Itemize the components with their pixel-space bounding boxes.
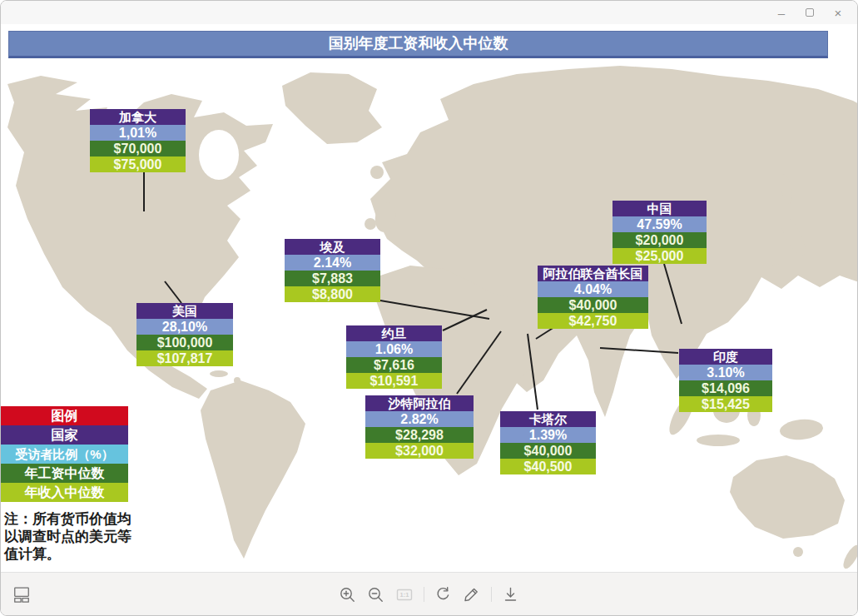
country-percent: 3.10% <box>679 365 772 380</box>
pencil-icon <box>463 586 480 604</box>
country-box-canada: 加拿大 1,01% $70,000 $75,000 <box>90 109 186 172</box>
legend-row-wage: 年工资中位数 <box>1 464 128 483</box>
leader-line-india <box>600 348 678 353</box>
download-icon <box>502 586 519 604</box>
app-window: – × 国别年度工资和收入中位数 <box>0 0 858 616</box>
country-median-income: $25,000 <box>613 248 707 264</box>
country-median-wage: $40,000 <box>538 297 648 313</box>
zoom-out-icon <box>367 586 384 604</box>
country-median-income: $10,591 <box>346 373 442 389</box>
country-median-income: $40,500 <box>500 459 596 474</box>
country-median-wage: $28,298 <box>365 427 474 443</box>
country-percent: 1,01% <box>90 125 186 141</box>
country-name: 约旦 <box>346 325 442 341</box>
country-percent: 1.39% <box>500 427 596 443</box>
country-median-wage: $100,000 <box>136 335 233 350</box>
country-percent: 1.06% <box>346 341 442 357</box>
footnote-line: 以调查时点的美元等 <box>4 528 162 545</box>
country-median-income: $42,750 <box>538 313 648 329</box>
legend-row-percent: 受访者比例（%） <box>1 445 128 464</box>
download-button[interactable] <box>502 585 520 604</box>
world-map <box>1 1 858 574</box>
landmass-greenland <box>282 72 382 144</box>
zoom-in-button[interactable] <box>339 585 357 604</box>
country-name: 阿拉伯联合酋长国 <box>538 266 648 281</box>
zoom-in-icon <box>339 586 356 604</box>
toolbar-separator <box>491 587 492 602</box>
svg-text:1:1: 1:1 <box>399 591 409 599</box>
country-box-saudi-arabia: 沙特阿拉伯 2.82% $28,298 $32,000 <box>365 395 474 459</box>
country-box-egypt: 埃及 2.14% $7,883 $8,800 <box>285 239 380 302</box>
country-percent: 47.59% <box>613 216 707 232</box>
country-box-usa: 美国 28,10% $100,000 $107,817 <box>136 303 233 366</box>
country-box-qatar: 卡塔尔 1.39% $40,000 $40,500 <box>500 411 596 474</box>
rotate-button[interactable] <box>434 585 453 604</box>
landmass-south-america <box>201 380 305 559</box>
country-median-income: $107,817 <box>136 350 233 366</box>
country-box-jordan: 约旦 1.06% $7,616 $10,591 <box>346 325 442 389</box>
toolbar-separator <box>424 587 424 602</box>
footnote-line: 注：所有货币价值均 <box>4 510 162 528</box>
bottom-toolbar: 1:1 <box>1 572 857 615</box>
footnote: 注：所有货币价值均 以调查时点的美元等 值计算。 <box>4 510 162 563</box>
leader-line-saudi <box>457 331 501 394</box>
legend: 图例 国家 受访者比例（%） 年工资中位数 年收入中位数 <box>1 406 128 502</box>
country-percent: 4.04% <box>538 281 648 297</box>
toolbar-center-group: 1:1 <box>339 585 520 604</box>
country-box-uae: 阿拉伯联合酋长国 4.04% $40,000 $42,750 <box>538 266 648 329</box>
country-median-income: $75,000 <box>90 156 186 172</box>
actual-size-button[interactable]: 1:1 <box>395 585 414 604</box>
landmass-java <box>697 435 740 446</box>
legend-row-country: 国家 <box>1 425 128 445</box>
country-name: 印度 <box>679 349 772 365</box>
thumbnail-view-icon <box>12 585 31 604</box>
country-median-wage: $7,616 <box>346 357 442 373</box>
country-median-income: $32,000 <box>365 443 474 459</box>
legend-header: 图例 <box>1 406 128 425</box>
leader-line-qatar <box>528 334 538 410</box>
leader-line-jordan <box>443 310 487 330</box>
country-median-wage: $7,883 <box>285 271 380 286</box>
leader-line-usa <box>165 281 181 303</box>
country-percent: 28,10% <box>136 319 233 335</box>
country-median-wage: $20,000 <box>613 232 707 248</box>
zoom-out-button[interactable] <box>367 585 385 604</box>
country-median-income: $15,425 <box>679 396 772 412</box>
landmass-new-guinea <box>779 418 824 441</box>
rotate-icon <box>434 586 452 604</box>
country-name: 加拿大 <box>90 109 186 125</box>
leader-line-china <box>664 264 682 324</box>
country-name: 中国 <box>613 201 707 216</box>
footnote-line: 值计算。 <box>4 545 162 563</box>
country-median-wage: $70,000 <box>90 141 186 156</box>
edit-button[interactable] <box>463 585 481 604</box>
country-median-income: $8,800 <box>285 286 380 302</box>
landmass-australia <box>730 455 845 539</box>
legend-row-income: 年收入中位数 <box>1 483 128 502</box>
map-stage: 加拿大 1,01% $70,000 $75,000 美国 28,10% $100… <box>1 1 858 574</box>
thumbnail-view-button[interactable] <box>12 585 31 604</box>
country-percent: 2.82% <box>365 411 474 427</box>
country-box-india: 印度 3.10% $14,096 $15,425 <box>679 349 772 412</box>
leader-line-uae <box>536 327 554 339</box>
country-name: 沙特阿拉伯 <box>365 395 474 411</box>
country-name: 埃及 <box>285 239 380 255</box>
country-percent: 2.14% <box>285 255 380 271</box>
landmass-japan <box>776 213 810 258</box>
country-name: 美国 <box>136 303 233 319</box>
country-box-china: 中国 47.59% $20,000 $25,000 <box>613 201 707 264</box>
country-median-wage: $40,000 <box>500 443 596 459</box>
actual-size-icon: 1:1 <box>395 586 414 604</box>
landmass-british-isles <box>373 201 398 234</box>
country-name: 卡塔尔 <box>500 411 596 427</box>
country-median-wage: $14,096 <box>679 380 772 396</box>
leader-line-egypt <box>375 300 489 319</box>
